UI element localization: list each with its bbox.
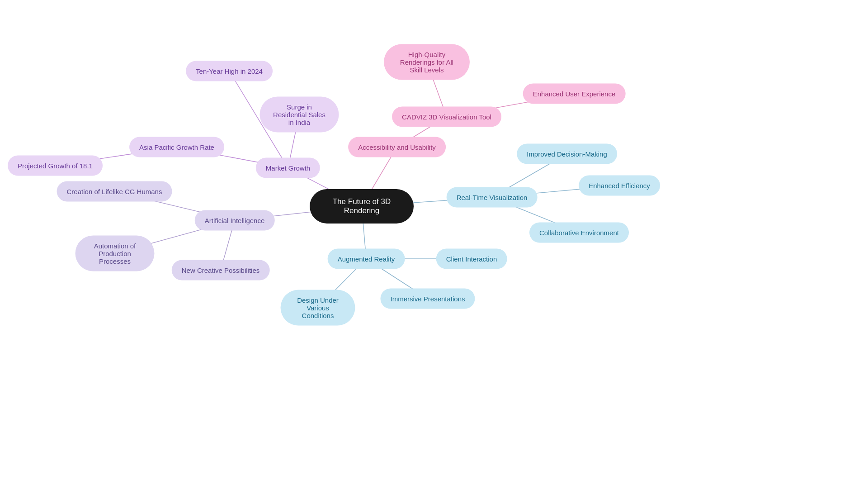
- node-automation[interactable]: Automation of Production Processes: [75, 236, 155, 271]
- node-augmented-reality[interactable]: Augmented Reality: [328, 249, 405, 269]
- node-lifelike-cg[interactable]: Creation of Lifelike CG Humans: [57, 181, 172, 202]
- node-collaborative[interactable]: Collaborative Environment: [529, 223, 629, 243]
- node-realtime-viz[interactable]: Real-Time Visualization: [447, 187, 538, 208]
- node-enhanced-ux[interactable]: Enhanced User Experience: [523, 84, 626, 104]
- node-asia-pacific[interactable]: Asia Pacific Growth Rate: [129, 137, 224, 157]
- node-ten-year-high[interactable]: Ten-Year High in 2024: [186, 61, 273, 81]
- center-node[interactable]: The Future of 3D Rendering: [310, 189, 414, 224]
- node-cadviz[interactable]: CADVIZ 3D Visualization Tool: [392, 107, 501, 127]
- node-projected-growth[interactable]: Projected Growth of 18.1: [8, 156, 103, 176]
- node-market-growth[interactable]: Market Growth: [256, 158, 320, 178]
- node-high-quality[interactable]: High-Quality Renderings for All Skill Le…: [384, 44, 470, 80]
- node-design-various[interactable]: Design Under Various Conditions: [281, 290, 355, 326]
- mind-map-container: The Future of 3D RenderingMarket GrowthT…: [0, 0, 868, 490]
- node-improved-decision[interactable]: Improved Decision-Making: [517, 144, 617, 164]
- node-client-interaction[interactable]: Client Interaction: [436, 249, 507, 269]
- node-new-creative[interactable]: New Creative Possibilities: [172, 260, 270, 281]
- node-enhanced-efficiency[interactable]: Enhanced Efficiency: [579, 176, 660, 196]
- node-artificial-intelligence[interactable]: Artificial Intelligence: [195, 210, 275, 231]
- node-surge-residential[interactable]: Surge in Residential Sales in India: [260, 97, 339, 133]
- node-accessibility[interactable]: Accessibility and Usability: [348, 137, 446, 157]
- node-immersive[interactable]: Immersive Presentations: [380, 289, 475, 309]
